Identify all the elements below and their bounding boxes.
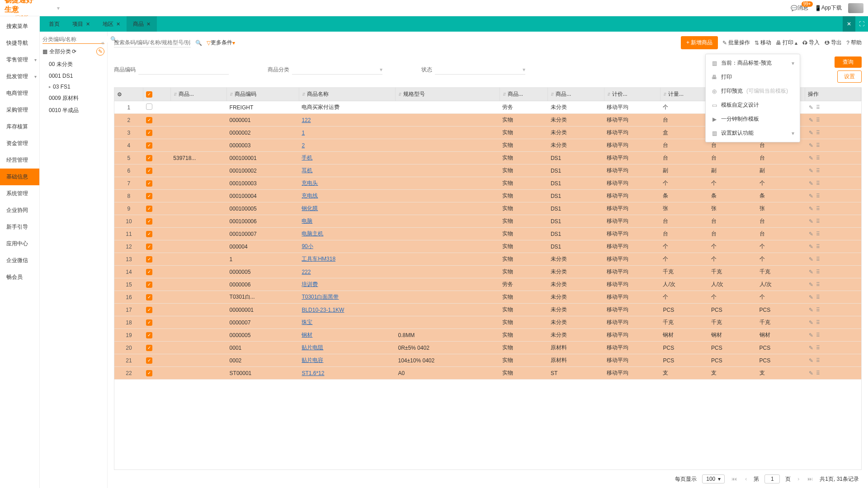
brand-name: 畅捷通好生意	[5, 0, 39, 14]
user-avatar[interactable]	[848, 3, 863, 13]
top-header: 畅捷通好生意 标准版 ▾ 💬 消息 99+ 📱 App下载	[0, 0, 868, 16]
messages-button[interactable]: 💬 消息 99+	[791, 4, 808, 12]
phone-icon: 📱	[815, 5, 821, 11]
org-dropdown[interactable]: ▾	[57, 5, 60, 11]
messages-badge: 99+	[802, 1, 813, 7]
app-download-button[interactable]: 📱 App下载	[815, 4, 842, 12]
brand-logo: 畅捷通好生意 标准版	[5, 0, 39, 16]
message-icon: 💬	[791, 5, 797, 11]
app-download-label: App下载	[821, 4, 842, 12]
